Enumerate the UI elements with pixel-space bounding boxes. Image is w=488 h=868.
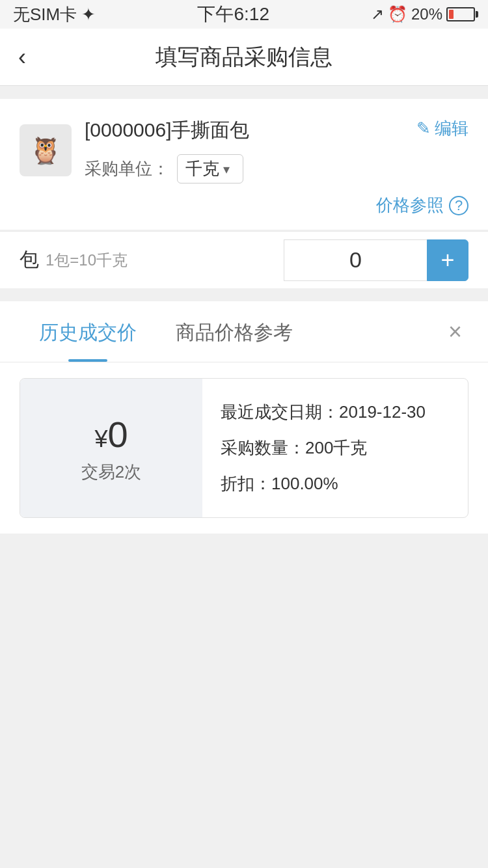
tab-price-reference[interactable]: 商品价格参考 — [156, 301, 312, 362]
product-image-icon: 🦉 — [29, 135, 62, 166]
quantity-conversion: 1包=10千克 — [46, 250, 128, 271]
price-card: ¥0 交易2次 最近成交日期：2019-12-30 采购数量：200千克 折扣：… — [20, 378, 468, 518]
quantity-plus-button[interactable]: + — [427, 239, 468, 281]
price-card-wrapper: ¥0 交易2次 最近成交日期：2019-12-30 采购数量：200千克 折扣：… — [0, 362, 488, 534]
product-card: 🦉 [0000006]手撕面包 采购单位： 千克 ▾ ✎ 编辑 价格参照 ? — [0, 99, 488, 230]
nav-bar: ‹ 填写商品采购信息 — [0, 29, 488, 86]
edit-icon: ✎ — [416, 118, 431, 139]
quantity-input[interactable]: 0 — [284, 239, 427, 281]
discount-row: 折扣：100.00% — [221, 471, 450, 496]
location-icon: ↗ — [371, 5, 384, 23]
price-card-left: ¥0 交易2次 — [20, 379, 202, 517]
status-bar: 无SIM卡 ✦ 下午6:12 ↗ ⏰ 20% — [0, 0, 488, 29]
unit-select[interactable]: 千克 ▾ — [177, 154, 243, 183]
price-ref-row: 价格参照 ? — [20, 194, 468, 217]
tabs-header: 历史成交价 商品价格参考 × — [0, 301, 488, 362]
quantity-section: 包 1包=10千克 0 + — [0, 231, 488, 288]
discount-label: 折扣： — [221, 474, 271, 493]
back-button[interactable]: ‹ — [18, 44, 26, 71]
product-left: 🦉 [0000006]手撕面包 采购单位： 千克 ▾ — [20, 117, 249, 183]
price-value: 0 — [107, 414, 128, 455]
edit-button[interactable]: ✎ 编辑 — [416, 117, 468, 140]
bottom-space — [0, 534, 488, 868]
price-transactions: 交易2次 — [81, 461, 141, 483]
product-unit-row: 采购单位： 千克 ▾ — [85, 154, 249, 183]
price-amount: ¥0 — [94, 413, 128, 455]
tabs-list: 历史成交价 商品价格参考 — [20, 301, 312, 362]
carrier-text: 无SIM卡 ✦ — [13, 3, 96, 26]
recent-date-label: 最近成交日期： — [221, 402, 339, 422]
battery-icon — [446, 7, 475, 21]
help-icon[interactable]: ? — [449, 196, 468, 215]
price-ref-link[interactable]: 价格参照 — [376, 194, 444, 217]
unit-label: 采购单位： — [85, 157, 169, 180]
quantity-right: 0 + — [284, 239, 468, 281]
purchase-qty-value: 200千克 — [305, 438, 367, 457]
quantity-left: 包 1包=10千克 — [20, 247, 128, 273]
tabs-section: 历史成交价 商品价格参考 × ¥0 交易2次 最近成交日期：2019-12-30 — [0, 301, 488, 534]
quantity-unit-label: 包 — [20, 247, 39, 273]
purchase-qty-label: 采购数量： — [221, 438, 305, 457]
status-carrier: 无SIM卡 ✦ — [13, 3, 96, 26]
discount-value: 100.00% — [271, 474, 338, 493]
currency-symbol: ¥ — [94, 426, 107, 452]
quantity-value: 0 — [349, 247, 362, 273]
status-right: ↗ ⏰ 20% — [371, 5, 475, 23]
purchase-qty-row: 采购数量：200千克 — [221, 435, 450, 461]
page-title: 填写商品采购信息 — [156, 42, 332, 72]
battery-fill — [449, 10, 454, 19]
chevron-down-icon: ▾ — [223, 161, 230, 177]
price-card-right: 最近成交日期：2019-12-30 采购数量：200千克 折扣：100.00% — [202, 379, 468, 517]
product-name: [0000006]手撕面包 — [85, 117, 249, 144]
plus-icon: + — [441, 247, 454, 274]
unit-value: 千克 — [185, 157, 219, 180]
recent-date-row: 最近成交日期：2019-12-30 — [221, 400, 450, 425]
product-thumbnail: 🦉 — [20, 124, 72, 176]
recent-date-value: 2019-12-30 — [339, 402, 426, 422]
battery-percent: 20% — [411, 5, 442, 23]
product-header: 🦉 [0000006]手撕面包 采购单位： 千克 ▾ ✎ 编辑 — [20, 117, 468, 183]
status-time: 下午6:12 — [197, 2, 269, 27]
tab-close-button[interactable]: × — [442, 312, 468, 352]
product-info: [0000006]手撕面包 采购单位： 千克 ▾ — [85, 117, 249, 183]
tab-history-price[interactable]: 历史成交价 — [20, 301, 156, 362]
alarm-icon: ⏰ — [388, 5, 407, 23]
